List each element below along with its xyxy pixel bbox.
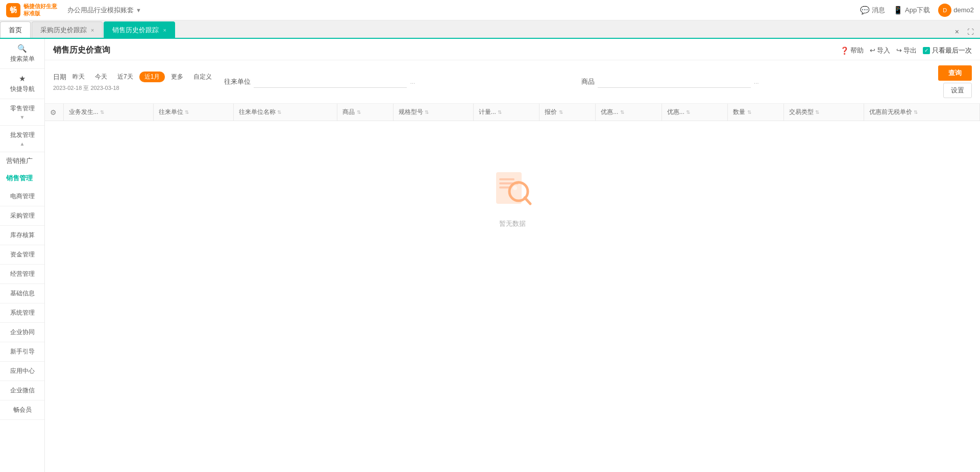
top-bar-right: 💬 消息 📱 App下载 D demo2 — [860, 4, 974, 17]
date-btn-7days[interactable]: 近7天 — [113, 72, 137, 82]
sidebar-item-ecommerce-management[interactable]: 电商管理 — [0, 187, 44, 206]
tab-sales-history-close[interactable]: × — [163, 27, 166, 33]
only-last-checkbox-container[interactable]: ✓ 只看最后一次 — [923, 46, 972, 55]
page-title: 销售历史价查询 — [53, 45, 110, 56]
th-partner-code[interactable]: 往来单位 ⇅ — [153, 104, 233, 121]
th-discount-rate[interactable]: 优惠... ⇅ — [596, 104, 662, 121]
message-icon: 💬 — [860, 6, 870, 15]
sidebar-item-basic-info[interactable]: 基础信息 — [0, 284, 44, 303]
close-all-tabs-button[interactable]: × — [953, 26, 961, 38]
th-unit[interactable]: 计量... ⇅ — [473, 104, 539, 121]
help-action[interactable]: ❓ 帮助 — [840, 46, 864, 55]
th-quantity-label: 数量 — [733, 108, 745, 115]
th-gear[interactable]: ⚙ — [45, 104, 63, 121]
date-btn-today[interactable]: 今天 — [91, 72, 111, 82]
th-spec[interactable]: 规格型号 ⇅ — [394, 104, 474, 121]
sidebar-item-beginner-guide[interactable]: 新手引导 — [0, 342, 44, 362]
product-filter-group: 商品 ... — [581, 76, 930, 88]
tab-sales-history[interactable]: 销售历史价跟踪 × — [104, 21, 175, 38]
th-partner-code-label: 往来单位 — [159, 108, 183, 115]
th-pre-discount-price[interactable]: 优惠前无税单价 ⇅ — [864, 104, 979, 121]
query-button[interactable]: 查询 — [938, 65, 972, 81]
th-business-date[interactable]: 业务发生... ⇅ — [63, 104, 153, 121]
table-head: ⚙ 业务发生... ⇅ 往来单位 ⇅ 往来单位名称 ⇅ — [45, 104, 980, 121]
th-partner-name[interactable]: 往来单位名称 ⇅ — [233, 104, 337, 121]
gear-icon[interactable]: ⚙ — [50, 108, 57, 116]
sort-icon-discount-amount: ⇅ — [686, 109, 690, 115]
empty-illustration — [487, 162, 538, 213]
th-quote-price[interactable]: 报价 ⇅ — [540, 104, 596, 121]
th-discount-amount[interactable]: 优惠... ⇅ — [662, 104, 727, 121]
top-bar: 畅 畅捷信好生意 标准版 办公用品行业模拟账套 ▼ 💬 消息 📱 App下载 D… — [0, 0, 980, 20]
table-header-row: ⚙ 业务发生... ⇅ 往来单位 ⇅ 往来单位名称 ⇅ — [45, 104, 980, 121]
th-spec-label: 规格型号 — [399, 108, 423, 115]
product-input[interactable] — [598, 76, 751, 88]
app-download-action[interactable]: 📱 App下载 — [893, 6, 930, 15]
sidebar-item-retail-management[interactable]: 零售管理 ▼ — [0, 99, 44, 126]
sidebar-item-vip-member[interactable]: 畅会员 — [0, 400, 44, 420]
export-action[interactable]: ↪ 导出 — [896, 46, 917, 55]
sort-icon-business-date: ⇅ — [100, 109, 104, 115]
product-dots[interactable]: ... — [754, 78, 759, 85]
date-btn-custom[interactable]: 自定义 — [189, 72, 216, 82]
wholesale-arrow-icon: ▲ — [20, 141, 25, 147]
message-action[interactable]: 💬 消息 — [860, 6, 885, 15]
th-transaction-type[interactable]: 交易类型 ⇅ — [784, 104, 864, 121]
tab-purchase-history[interactable]: 采购历史价跟踪 × — [32, 21, 103, 38]
quick-nav-icon: ★ — [19, 74, 26, 83]
sidebar-item-inventory-calculation[interactable]: 库存核算 — [0, 226, 44, 245]
date-btn-1month[interactable]: 近1月 — [139, 72, 165, 82]
sort-icon-pre-discount-price: ⇅ — [914, 109, 918, 115]
sidebar-item-wholesale-management[interactable]: 批发管理 ▲ — [0, 126, 44, 152]
page-header-actions: ❓ 帮助 ↩ 导入 ↪ 导出 ✓ 只看最后一次 — [840, 46, 972, 55]
empty-text: 暂无数据 — [499, 219, 526, 228]
svg-point-6 — [513, 186, 517, 190]
sidebar-item-quick-nav[interactable]: ★ 快捷导航 — [0, 69, 44, 99]
date-btn-more[interactable]: 更多 — [167, 72, 187, 82]
sidebar-item-app-center[interactable]: 应用中心 — [0, 362, 44, 381]
user-area[interactable]: D demo2 — [938, 4, 974, 17]
th-pre-discount-price-label: 优惠前无税单价 — [869, 108, 912, 115]
setting-button[interactable]: 设置 — [943, 83, 972, 98]
dropdown-arrow-icon[interactable]: ▼ — [136, 7, 141, 13]
th-transaction-type-label: 交易类型 — [789, 108, 814, 115]
th-product-label: 商品 — [342, 108, 355, 115]
sidebar-item-search-menu[interactable]: 🔍 搜索菜单 — [0, 39, 44, 69]
sidebar-item-enterprise-wechat[interactable]: 企业微信 — [0, 381, 44, 400]
sidebar-item-purchase-management[interactable]: 采购管理 — [0, 206, 44, 226]
th-quantity[interactable]: 数量 ⇅ — [728, 104, 784, 121]
sidebar-item-capital-management[interactable]: 资金管理 — [0, 245, 44, 265]
tab-bar: 首页 采购历史价跟踪 × 销售历史价跟踪 × × ⛶ — [0, 20, 980, 39]
th-product[interactable]: 商品 ⇅ — [337, 104, 394, 121]
sidebar-item-marketing-promotion[interactable]: 营销推广 — [0, 152, 44, 170]
sidebar: 🔍 搜索菜单 ★ 快捷导航 零售管理 ▼ 批发管理 ▲ 营销推广 销售管理 电商… — [0, 39, 45, 472]
svg-rect-1 — [499, 178, 514, 180]
expand-tab-button[interactable]: ⛶ — [965, 26, 976, 38]
th-quote-price-label: 报价 — [545, 108, 557, 115]
partner-filter-group: 往来单位 ... — [224, 76, 573, 88]
sidebar-item-operations-management[interactable]: 经营管理 — [0, 265, 44, 284]
data-table: ⚙ 业务发生... ⇅ 往来单位 ⇅ 往来单位名称 ⇅ — [45, 104, 980, 121]
svg-line-5 — [525, 198, 530, 204]
sort-icon-quantity: ⇅ — [747, 109, 751, 115]
tab-home[interactable]: 首页 — [0, 21, 31, 38]
th-partner-name-label: 往来单位名称 — [239, 108, 276, 115]
top-bar-title[interactable]: 办公用品行业模拟账套 ▼ — [67, 6, 141, 15]
partner-input[interactable] — [254, 76, 407, 88]
sort-icon-product: ⇅ — [357, 109, 361, 115]
export-icon: ↪ — [896, 46, 902, 54]
sidebar-item-enterprise-agreement[interactable]: 企业协同 — [0, 323, 44, 342]
logo-area: 畅 畅捷信好生意 标准版 — [6, 3, 57, 17]
empty-state: 暂无数据 — [45, 121, 980, 269]
partner-dots[interactable]: ... — [410, 78, 415, 85]
only-last-checkbox[interactable]: ✓ — [923, 47, 930, 54]
avatar: D — [938, 4, 951, 17]
sidebar-item-system-management[interactable]: 系统管理 — [0, 303, 44, 323]
sidebar-item-sales-management[interactable]: 销售管理 — [0, 170, 44, 187]
tab-purchase-history-close[interactable]: × — [91, 27, 94, 33]
filter-action-group: 查询 设置 — [938, 65, 972, 98]
logo-icon: 畅 — [6, 3, 20, 17]
date-btn-yesterday[interactable]: 昨天 — [68, 72, 89, 82]
import-action[interactable]: ↩ 导入 — [870, 46, 890, 55]
th-discount-amount-label: 优惠... — [667, 108, 684, 115]
